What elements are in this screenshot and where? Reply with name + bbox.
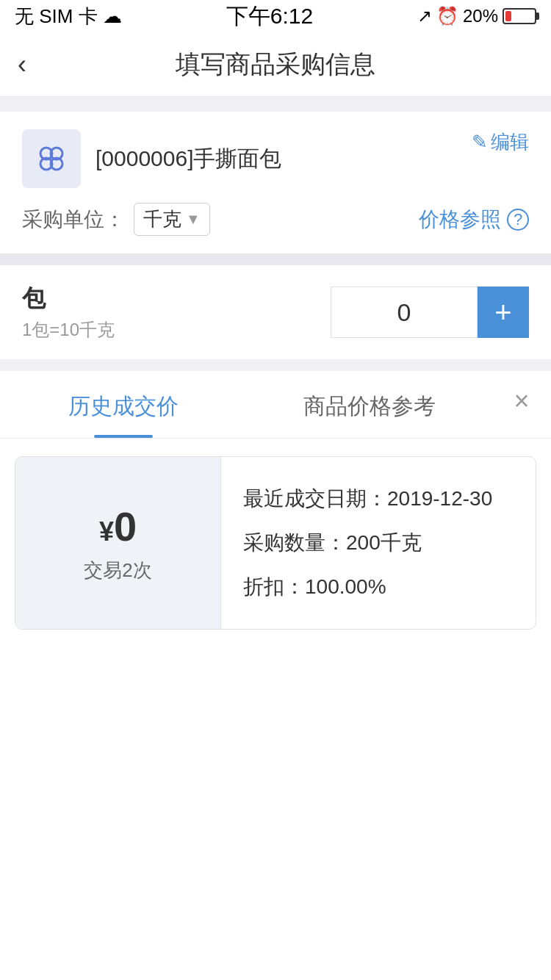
price-trades: 交易2次 (84, 558, 151, 583)
product-id: [0000006] (96, 146, 193, 170)
price-card-left: ¥0 交易2次 (15, 457, 221, 629)
status-bar: 无 SIM 卡 ☁ 下午6:12 ↗ ⏰ 20% (0, 0, 551, 32)
back-button[interactable]: ‹ (18, 49, 26, 80)
tab-bar: 历史成交价 商品价格参考 × (0, 371, 551, 439)
quantity-input[interactable] (331, 287, 478, 338)
tab-section: 历史成交价 商品价格参考 × ¥0 交易2次 最近成交日期：2019-12-30… (0, 371, 551, 980)
discount-label: 折扣： (243, 575, 305, 598)
battery-icon (503, 8, 536, 24)
quantity-unit-big: 包 (22, 283, 115, 315)
tab-close-button[interactable]: × (492, 386, 551, 424)
product-section: [0000006]手撕面包 ✎ 编辑 采购单位： 千克 ▼ 价格参照 ? (0, 112, 551, 253)
product-name: [0000006]手撕面包 (96, 144, 281, 174)
status-right: ↗ ⏰ 20% (417, 6, 536, 26)
unit-value: 千克 (143, 206, 181, 232)
price-display: ¥0 (99, 502, 137, 550)
edit-label: 编辑 (491, 129, 529, 155)
quantity-plus-button[interactable]: + (478, 287, 529, 338)
currency-symbol: ¥ (99, 516, 114, 547)
info-icon: ? (507, 209, 529, 231)
purchase-quantity-label: 采购数量： (243, 531, 346, 554)
dropdown-arrow-icon: ▼ (186, 211, 201, 228)
price-reference-button[interactable]: 价格参照 ? (419, 206, 529, 234)
quantity-label-wrap: 包 1包=10千克 (22, 283, 115, 342)
quantity-input-wrap: + (331, 287, 529, 338)
product-left: [0000006]手撕面包 (22, 129, 281, 188)
unit-prefix-label: 采购单位： (22, 206, 125, 234)
product-header: [0000006]手撕面包 ✎ 编辑 (22, 129, 529, 188)
nav-bar: ‹ 填写商品采购信息 (0, 32, 551, 97)
price-ref-label: 价格参照 (419, 206, 501, 234)
unit-select[interactable]: 千克 ▼ (134, 203, 210, 236)
purchase-quantity-value: 200千克 (346, 531, 422, 554)
section-divider (0, 253, 551, 265)
price-card: ¥0 交易2次 最近成交日期：2019-12-30 采购数量：200千克 折扣：… (15, 456, 536, 630)
battery-percent: 20% (463, 6, 498, 26)
alarm-icon: ⏰ (436, 6, 458, 26)
quantity-unit-small: 1包=10千克 (22, 318, 115, 342)
tab-history-price[interactable]: 历史成交价 (0, 371, 246, 438)
price-card-right: 最近成交日期：2019-12-30 采购数量：200千克 折扣：100.00% (221, 457, 536, 629)
product-thumbnail (22, 129, 81, 188)
edit-button[interactable]: ✎ 编辑 (472, 129, 529, 155)
location-icon: ↗ (417, 6, 432, 26)
recent-date-label: 最近成交日期： (243, 487, 387, 510)
recent-date-value: 2019-12-30 (387, 487, 492, 510)
sim-signal-text: 无 SIM 卡 ☁ (15, 4, 122, 29)
product-title: 手撕面包 (193, 146, 281, 170)
status-left: 无 SIM 卡 ☁ (15, 4, 122, 29)
purchase-quantity-row: 采购数量：200千克 (243, 527, 514, 558)
page-title: 填写商品采购信息 (176, 48, 375, 82)
tab-product-price-ref[interactable]: 商品价格参考 (246, 371, 492, 438)
discount-row: 折扣：100.00% (243, 572, 514, 602)
product-unit-left: 采购单位： 千克 ▼ (22, 203, 210, 236)
product-unit-row: 采购单位： 千克 ▼ 价格参照 ? (22, 203, 529, 236)
price-card-wrap: ¥0 交易2次 最近成交日期：2019-12-30 采购数量：200千克 折扣：… (0, 439, 551, 647)
recent-date-row: 最近成交日期：2019-12-30 (243, 483, 514, 514)
bottom-area (0, 647, 551, 980)
quantity-row: 包 1包=10千克 + (0, 265, 551, 359)
discount-value: 100.00% (305, 575, 386, 598)
edit-icon: ✎ (472, 131, 488, 154)
status-time: 下午6:12 (226, 1, 313, 32)
battery-fill (505, 11, 511, 21)
price-amount: 0 (114, 503, 137, 550)
